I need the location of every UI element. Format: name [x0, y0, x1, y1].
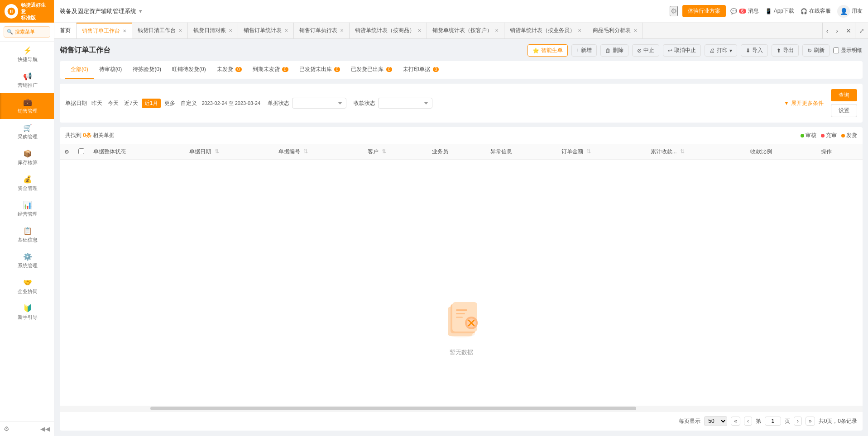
sidebar-item-marketing[interactable]: 📢 营销推广: [0, 67, 54, 93]
prev-page-button[interactable]: ‹: [744, 417, 752, 426]
tab-product-margin[interactable]: 商品毛利分析表 ✕: [587, 23, 643, 38]
message-button[interactable]: 💬 6 消息: [730, 7, 759, 15]
filter-tab-overdue-not-shipped[interactable]: 到期未发货 0: [247, 61, 294, 79]
topbar-settings-button[interactable]: ⚙: [670, 6, 678, 16]
sidebar-item-operations[interactable]: 📊 经营管理: [0, 196, 54, 222]
sidebar-item-finance[interactable]: 💰 资金管理: [0, 171, 54, 196]
filter-tab-pending-review[interactable]: 待审核(0): [94, 61, 128, 79]
date-1month-btn[interactable]: 近1月: [142, 99, 161, 108]
next-page-button[interactable]: ›: [794, 417, 802, 426]
sidebar-item-inventory[interactable]: 📦 库存核算: [0, 145, 54, 171]
tab-close-cash-reconciliation[interactable]: ✕: [229, 28, 232, 33]
tab-close-sales-stats-staff[interactable]: ✕: [578, 28, 581, 33]
user-avatar: 👤: [837, 5, 850, 18]
sidebar-bottom: ⚙ ◀◀: [0, 421, 54, 436]
status-select[interactable]: [292, 98, 346, 109]
content: 销售订单工作台 ⭐ 智能生单 + 新增 🗑 删除 ⊘ 中止: [54, 39, 868, 436]
filter-tab-shipped-out[interactable]: 已发货已出库 0: [345, 61, 398, 79]
query-button[interactable]: 查询: [831, 89, 857, 101]
smart-create-button[interactable]: ⭐ 智能生单: [528, 44, 568, 57]
user-menu[interactable]: 👤 用友: [837, 5, 863, 18]
settings-bottom-button[interactable]: ⚙: [4, 425, 10, 432]
tab-sales-stats-by-product[interactable]: 销货单统计表（按商品） ✕: [350, 23, 427, 38]
filter-tab-pending-inspection[interactable]: 待拣验货(0): [127, 61, 167, 79]
add-button[interactable]: + 新增: [571, 44, 597, 57]
topbar-dropdown-arrow[interactable]: ▾: [139, 8, 142, 14]
sidebar-item-quick-nav[interactable]: ⚡ 快捷导航: [0, 42, 54, 67]
tab-close-sales-order-workbench[interactable]: ✕: [123, 28, 126, 33]
tab-prev-button[interactable]: ‹: [822, 23, 832, 39]
tab-fullscreen-button[interactable]: ⤢: [855, 23, 868, 39]
collapse-sidebar-button[interactable]: ◀◀: [40, 425, 50, 432]
tab-close-sales-order-exec[interactable]: ✕: [340, 28, 344, 33]
date-7days-btn[interactable]: 近7天: [122, 99, 140, 108]
import-button[interactable]: ⬇ 导入: [741, 44, 768, 57]
filter-tab-wangpu-pending[interactable]: 旺铺待发货(0): [167, 61, 211, 79]
sidebar-item-basic-info[interactable]: 📋 基础信息: [0, 222, 54, 248]
date-sort-icon: ⇅: [215, 148, 219, 155]
show-detail-checkbox[interactable]: [833, 47, 839, 53]
cancel-stop-button[interactable]: ↩ 取消中止: [663, 44, 701, 57]
payment-filter: 收款状态: [354, 98, 432, 109]
payment-select[interactable]: [378, 98, 432, 109]
app-download-button[interactable]: 📱 App下载: [765, 7, 794, 15]
stop-icon: ⊘: [637, 47, 642, 54]
tab-cash-reconciliation[interactable]: 钱货日清对账 ✕: [188, 23, 238, 38]
date-today-btn[interactable]: 今天: [106, 99, 120, 108]
date-quick-buttons: 昨天 今天 近7天 近1月 更多 自定义: [90, 99, 199, 108]
tab-next-button[interactable]: ›: [832, 23, 842, 39]
tab-close-all-button[interactable]: ✕: [842, 23, 855, 39]
th-abnormal: 异常信息: [486, 144, 557, 160]
filter-tab-not-printed[interactable]: 未打印单据 0: [398, 61, 444, 79]
first-page-button[interactable]: «: [731, 417, 740, 426]
export-button[interactable]: ⬆ 导出: [772, 44, 799, 57]
scrollbar-track[interactable]: [150, 407, 636, 410]
per-page-select[interactable]: 50 10 20 100: [704, 416, 727, 426]
review-action-button[interactable]: 审核: [801, 132, 816, 139]
search-menu-button[interactable]: 🔍 搜索菜单: [4, 26, 50, 38]
sidebar-item-system[interactable]: ⚙️ 系统管理: [0, 248, 54, 274]
tab-close-sales-order-stats[interactable]: ✕: [284, 28, 288, 33]
page-number-input[interactable]: [765, 417, 781, 426]
date-custom-btn[interactable]: 自定义: [179, 99, 199, 108]
tab-close-sales-stats-customer[interactable]: ✕: [495, 28, 499, 33]
filter-tab-not-shipped[interactable]: 未发货 0: [211, 61, 247, 79]
th-customer[interactable]: 客户 ⇅: [363, 144, 427, 160]
tab-sales-order-workbench[interactable]: 销售订单工作台 ✕: [77, 23, 132, 38]
tab-close-sales-stats-product[interactable]: ✕: [417, 28, 421, 33]
sidebar-item-cooperation[interactable]: 🤝 企业协同: [0, 274, 54, 299]
tab-sales-order-exec[interactable]: 销售订单执行表 ✕: [294, 23, 350, 38]
print-button[interactable]: 🖨 打印 ▾: [705, 44, 737, 57]
date-more-btn[interactable]: 更多: [163, 99, 177, 108]
th-date[interactable]: 单据日期 ⇅: [185, 144, 274, 160]
online-service-button[interactable]: 🎧 在线客服: [801, 7, 831, 15]
th-amount[interactable]: 订单金额 ⇅: [557, 144, 646, 160]
solution-button[interactable]: 体验行业方案: [682, 5, 726, 17]
refresh-button[interactable]: ↻ 刷新: [802, 44, 830, 57]
tab-cash-daily-workbench[interactable]: 钱货日清工作台 ✕: [132, 23, 188, 38]
cancel-review-action-button[interactable]: 充审: [821, 132, 837, 139]
delete-button[interactable]: 🗑 删除: [600, 44, 628, 57]
select-all-checkbox[interactable]: [78, 148, 84, 154]
tab-close-cash-daily[interactable]: ✕: [178, 28, 182, 33]
sidebar-item-guide[interactable]: 🔰 新手引导: [0, 299, 54, 325]
settings-button[interactable]: 设置: [831, 104, 857, 117]
tab-home[interactable]: 首页: [54, 23, 77, 38]
tab-close-product-margin[interactable]: ✕: [633, 28, 637, 33]
sidebar-item-purchase[interactable]: 🛒 采购管理: [0, 119, 54, 145]
last-page-button[interactable]: »: [806, 417, 815, 426]
ship-action-button[interactable]: 发货: [841, 132, 857, 139]
page-suffix-label: 页: [785, 417, 790, 425]
tab-sales-order-stats[interactable]: 销售订单统计表 ✕: [238, 23, 294, 38]
tab-sales-stats-by-customer[interactable]: 销货单统计表（按客户） ✕: [427, 23, 504, 38]
tab-sales-stats-by-staff[interactable]: 销货单统计表（按业务员） ✕: [504, 23, 587, 38]
filter-tab-all[interactable]: 全部(0): [65, 61, 94, 79]
th-column-settings[interactable]: ⚙: [60, 144, 74, 160]
date-yesterday-btn[interactable]: 昨天: [90, 99, 104, 108]
sidebar-item-sales[interactable]: 💼 销售管理: [0, 93, 54, 119]
filter-tab-shipped-not-out[interactable]: 已发货未出库 0: [294, 61, 346, 79]
stop-button[interactable]: ⊘ 中止: [632, 44, 659, 57]
th-collected[interactable]: 累计收款... ⇅: [646, 144, 746, 160]
th-number[interactable]: 单据编号 ⇅: [274, 144, 363, 160]
expand-filter-button[interactable]: ▼ 展开更多条件: [784, 100, 824, 107]
